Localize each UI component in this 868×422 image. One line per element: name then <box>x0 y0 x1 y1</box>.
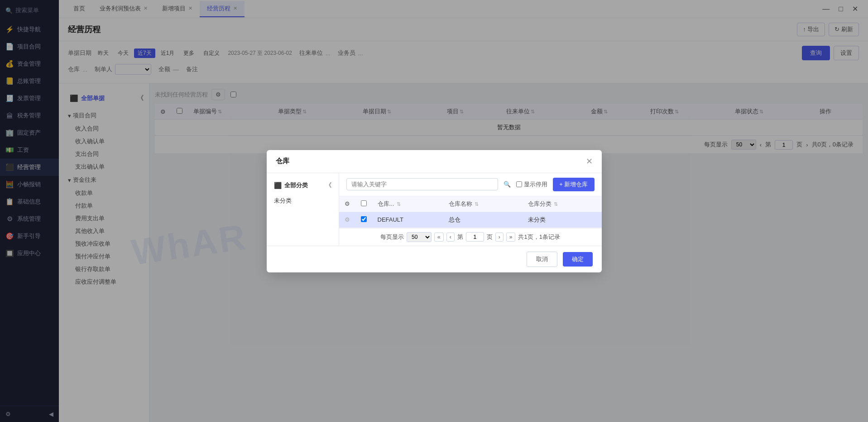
modal-close-icon[interactable]: ✕ <box>586 156 593 166</box>
modal-first-page-button[interactable]: « <box>434 233 444 242</box>
modal-th-check <box>355 196 372 212</box>
modal-left-header: ⬛ 全部分类 《 <box>267 178 339 193</box>
modal-prev-page-button[interactable]: ‹ <box>446 233 455 242</box>
modal-per-page-label: 每页显示 <box>380 233 404 241</box>
modal-page-label: 第 <box>457 233 463 241</box>
cancel-button[interactable]: 取消 <box>527 252 557 267</box>
modal-header: 仓库 ✕ <box>267 150 602 173</box>
modal-table-area: ⚙ 仓库... ⇅ 仓库名称 ⇅ <box>339 196 602 228</box>
modal-th-gear: ⚙ <box>339 196 355 212</box>
modal-th-code: 仓库... ⇅ <box>372 196 443 212</box>
table-row[interactable]: ⚙ DEFAULT 总仓 未分类 <box>339 212 602 228</box>
modal-body: ⬛ 全部分类 《 未分类 🔍 显示停用 <box>267 173 602 246</box>
modal-right-panel: 🔍 显示停用 + 新增仓库 ⚙ <box>339 173 602 246</box>
modal-search-icon[interactable]: 🔍 <box>504 181 511 188</box>
modal-title: 仓库 <box>276 157 289 165</box>
row-check-cell[interactable] <box>355 212 372 228</box>
show-disabled-checkbox[interactable] <box>516 181 522 187</box>
modal-th-name: 仓库名称 ⇅ <box>443 196 523 212</box>
modal-left-item-label: 未分类 <box>274 197 292 205</box>
modal-table-body: ⚙ DEFAULT 总仓 未分类 <box>339 212 602 228</box>
modal-all-label: 全部分类 <box>284 181 308 189</box>
modal-table: ⚙ 仓库... ⇅ 仓库名称 ⇅ <box>339 196 602 228</box>
modal-pagination: 每页显示 50 10 20 100 « ‹ 第 页 › » 共1页，1条记录 <box>339 228 602 246</box>
modal-per-page-select[interactable]: 50 10 20 100 <box>407 232 432 242</box>
modal-left-toggle-icon[interactable]: 《 <box>326 181 331 189</box>
row-checkbox[interactable] <box>361 216 367 222</box>
modal-th-category: 仓库分类 ⇅ <box>523 196 602 212</box>
modal-left-panel: ⬛ 全部分类 《 未分类 <box>267 173 339 246</box>
confirm-button[interactable]: 确定 <box>563 252 593 267</box>
modal-page-suffix: 页 <box>487 233 493 241</box>
modal-page-input[interactable] <box>466 232 484 242</box>
modal-search-input[interactable] <box>346 178 499 190</box>
modal-overlay[interactable]: 仓库 ✕ ⬛ 全部分类 《 未分类 <box>0 0 868 422</box>
warehouse-modal: 仓库 ✕ ⬛ 全部分类 《 未分类 <box>267 150 602 272</box>
row-name-cell: 总仓 <box>443 212 523 228</box>
row-code-cell: DEFAULT <box>372 212 443 228</box>
modal-search-bar: 🔍 显示停用 + 新增仓库 <box>339 173 602 196</box>
modal-next-page-button[interactable]: › <box>495 233 504 242</box>
row-gear-cell: ⚙ <box>339 212 355 228</box>
modal-total-label: 共1页，1条记录 <box>518 233 560 241</box>
modal-footer: 取消 确定 <box>267 246 602 272</box>
show-disabled-label[interactable]: 显示停用 <box>516 180 547 189</box>
add-warehouse-button[interactable]: + 新增仓库 <box>553 178 594 191</box>
modal-table-header-row: ⚙ 仓库... ⇅ 仓库名称 ⇅ <box>339 196 602 212</box>
modal-select-all-checkbox[interactable] <box>361 200 367 206</box>
grid-icon-modal: ⬛ <box>274 182 282 189</box>
row-category-cell: 未分类 <box>523 212 602 228</box>
modal-left-uncategorized[interactable]: 未分类 <box>267 193 339 209</box>
modal-last-page-button[interactable]: » <box>506 233 516 242</box>
modal-all-category[interactable]: ⬛ 全部分类 <box>274 181 308 189</box>
